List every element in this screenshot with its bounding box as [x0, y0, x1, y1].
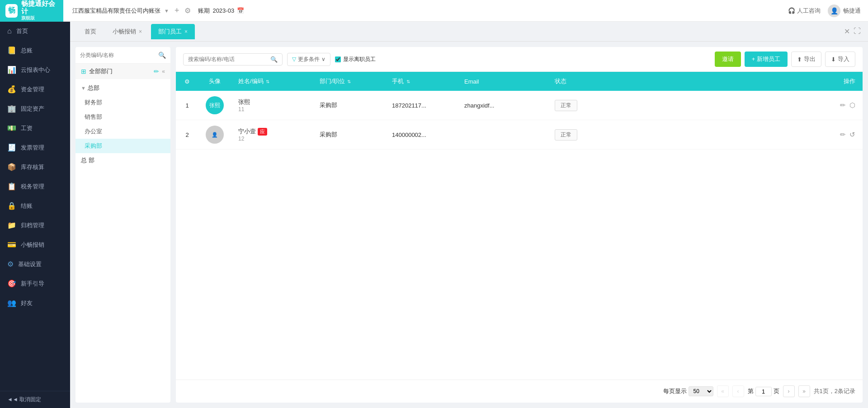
tab-expand-icon[interactable]: ⛶: [854, 27, 861, 36]
row2-dept: 采购部: [312, 120, 385, 150]
dept-all-label: 全部部门: [89, 67, 113, 75]
th-settings[interactable]: ⚙: [176, 72, 198, 91]
top-nav-right: 🎧 人工咨询 👤 畅捷通: [788, 5, 861, 17]
th-name[interactable]: 姓名/编码 ⇅: [231, 72, 312, 91]
funds-icon: 💰: [7, 85, 16, 94]
import-button[interactable]: ⬇ 导入: [825, 52, 855, 67]
per-page-select[interactable]: 50 20 100: [689, 386, 713, 396]
prev-page-button[interactable]: ‹: [732, 385, 744, 397]
tab-employees-close-icon[interactable]: ×: [184, 28, 188, 35]
row1-edit-icon[interactable]: ✏: [840, 101, 846, 109]
import-icon: ⬇: [831, 56, 836, 63]
period-selector[interactable]: 账期 2023-03 📅: [198, 7, 244, 15]
sidebar-label-ledger: 总账: [21, 47, 33, 55]
sidebar-item-salary[interactable]: 💵 工资: [0, 118, 70, 138]
user-name: 畅捷通: [843, 7, 861, 15]
dept-node-xiaoshoubu[interactable]: 销售部: [75, 110, 170, 124]
sidebar-item-expense[interactable]: 💳 小畅报销: [0, 235, 70, 254]
th-phone-label: 手机: [392, 78, 404, 84]
tab-expense-close-icon[interactable]: ×: [139, 28, 142, 35]
th-action: 操作: [817, 72, 863, 91]
sidebar-item-funds[interactable]: 💰 资金管理: [0, 80, 70, 99]
tab-bar: 首页 小畅报销 × 部门员工 × ✕ ⛶: [70, 22, 868, 42]
sidebar-item-assets[interactable]: 🏢 固定资产: [0, 99, 70, 118]
filter-arrow-icon: ∨: [321, 56, 326, 62]
tab-home[interactable]: 首页: [77, 24, 104, 39]
row2-delete-icon[interactable]: ↺: [849, 131, 855, 139]
sidebar-item-home[interactable]: ⌂ 首页: [0, 22, 70, 41]
dept-node-caiwubu[interactable]: 财务部: [75, 95, 170, 110]
row2-edit-icon[interactable]: ✏: [840, 131, 846, 139]
th-dept[interactable]: 部门/职位 ⇅: [312, 72, 385, 91]
add-company-icon[interactable]: +: [175, 6, 179, 15]
company-selector[interactable]: 江西服宝精品有限责任公司内账张 ▼: [72, 7, 169, 15]
sidebar-item-guide[interactable]: 🎯 新手引导: [0, 274, 70, 293]
dept-node-zongbu2[interactable]: 总 部: [75, 153, 170, 168]
tab-expense[interactable]: 小畅报销 ×: [105, 24, 149, 39]
dept-caiwubu-label: 财务部: [85, 98, 102, 107]
sidebar-item-reports[interactable]: 📊 云报表中心: [0, 60, 70, 80]
tab-employees[interactable]: 部门员工 ×: [151, 24, 195, 39]
export-button[interactable]: ⬆ 导出: [791, 52, 821, 67]
sidebar-label-tax: 税务管理: [21, 183, 44, 191]
sidebar-item-tax[interactable]: 📋 税务管理: [0, 177, 70, 196]
sidebar: ⌂ 首页 📒 总账 📊 云报表中心 💰 资金管理 🏢 固定资产 💵 工资 🧾 发…: [0, 22, 70, 408]
show-resigned-text: 显示离职员工: [343, 56, 376, 63]
dept-all-button[interactable]: ⊞ 全部部门 ✏ «: [75, 64, 170, 79]
employee-table: ⚙ 头像 姓名/编码 ⇅ 部门/职位: [176, 72, 863, 380]
archive-icon: 📁: [7, 221, 16, 230]
dept-xiaoshoubu-label: 销售部: [85, 113, 102, 121]
dept-caigoubu-label: 采购部: [85, 142, 102, 150]
sidebar-item-invoice[interactable]: 🧾 发票管理: [0, 138, 70, 157]
dept-panel: 🔍 ⊞ 全部部门 ✏ « ▼ 总部: [75, 47, 170, 403]
invite-button[interactable]: 邀请: [715, 52, 741, 67]
dept-bangongshi-label: 办公室: [85, 127, 102, 136]
page-input[interactable]: [755, 387, 772, 396]
row2-avatar-cell: 👤: [198, 120, 231, 150]
dept-search-bar: 🔍: [75, 47, 170, 64]
user-menu[interactable]: 👤 畅捷通: [828, 5, 861, 17]
sidebar-item-closing[interactable]: 🔒 结账: [0, 196, 70, 216]
more-filter-button[interactable]: ▽ 更多条件 ∨: [287, 53, 330, 66]
settings-icon[interactable]: ⚙: [184, 6, 191, 15]
pagination: 每页显示 50 20 100 « ‹ 第 页 ›: [176, 380, 863, 403]
cancel-fixed-button[interactable]: ◄◄ 取消固定: [0, 391, 70, 408]
last-page-button[interactable]: »: [798, 385, 810, 397]
sidebar-item-ledger[interactable]: 📒 总账: [0, 41, 70, 60]
add-employee-button[interactable]: + 新增员工: [745, 52, 788, 67]
logo-icon: 畅: [5, 4, 18, 18]
dept-zongbu-label: 总部: [88, 84, 99, 92]
dept-collapse-icon[interactable]: «: [162, 68, 165, 75]
sidebar-item-settings[interactable]: ⚙ 基础设置: [0, 254, 70, 274]
dept-node-zongbu-parent[interactable]: ▼ 总部: [75, 81, 170, 95]
first-page-button[interactable]: «: [717, 385, 729, 397]
row2-status-cell: 正常: [547, 120, 817, 150]
sidebar-label-partner: 好友: [21, 299, 33, 307]
dept-edit-icon[interactable]: ✏: [154, 68, 159, 75]
main-layout: ⌂ 首页 📒 总账 📊 云报表中心 💰 资金管理 🏢 固定资产 💵 工资 🧾 发…: [0, 22, 868, 408]
show-resigned-label[interactable]: 显示离职员工: [335, 56, 376, 63]
service-button[interactable]: 🎧 人工咨询: [788, 7, 821, 15]
app-logo[interactable]: 畅 畅捷通好会计 旗舰版: [0, 0, 63, 22]
sidebar-item-archive[interactable]: 📁 归档管理: [0, 216, 70, 235]
th-phone-sort-icon: ⇅: [406, 79, 410, 84]
th-action-label: 操作: [844, 78, 855, 84]
row1-more-icon[interactable]: ⬡: [849, 101, 855, 109]
dept-node-caigoubu[interactable]: 采购部: [75, 139, 170, 153]
dept-tree: ▼ 总部 财务部 销售部 办公室 采购部: [75, 79, 170, 403]
filter-label: 更多条件: [298, 56, 320, 63]
row2-index: 2: [176, 120, 198, 150]
dept-node-bangongshi[interactable]: 办公室: [75, 124, 170, 139]
sidebar-item-partner[interactable]: 👥 好友: [0, 293, 70, 313]
per-page-selector: 每页显示 50 20 100: [663, 386, 713, 396]
show-resigned-checkbox[interactable]: [335, 56, 341, 62]
employee-search-input[interactable]: [188, 56, 268, 62]
sidebar-item-inventory[interactable]: 📦 库存核算: [0, 157, 70, 177]
tab-close-all-icon[interactable]: ✕: [844, 27, 850, 36]
dept-search-input[interactable]: [80, 52, 156, 58]
next-page-button[interactable]: ›: [783, 385, 795, 397]
table-row: 2 👤 宁小壹 应: [176, 120, 863, 150]
th-phone[interactable]: 手机 ⇅: [385, 72, 457, 91]
toolbar: 🔍 ▽ 更多条件 ∨ 显示离职员工 邀请 + 新增员工: [176, 47, 863, 72]
per-page-label: 每页显示: [663, 387, 687, 395]
